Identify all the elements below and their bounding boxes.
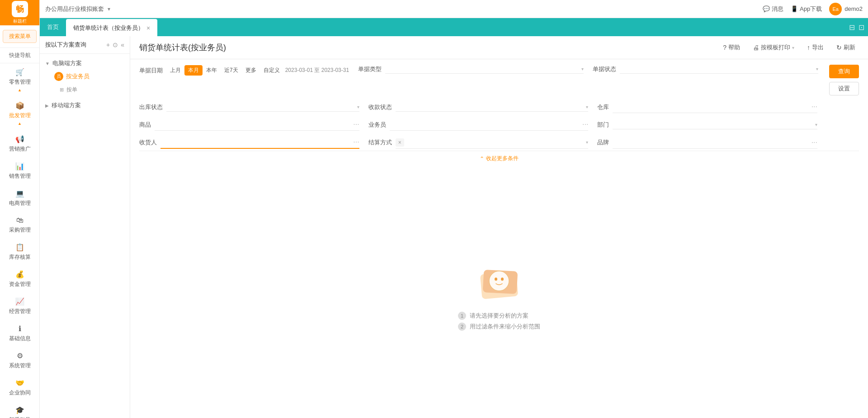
query-button[interactable]: 查询	[829, 65, 859, 78]
app-download-button[interactable]: 📱 App下载	[791, 5, 822, 13]
desktop-scheme-group-header[interactable]: ▼ 电脑端方案	[40, 57, 130, 69]
refresh-button[interactable]: ↻ 刷新	[833, 42, 859, 53]
product-dots[interactable]: ···	[353, 120, 359, 128]
collapse-panel-button[interactable]: «	[121, 41, 124, 48]
tab-home[interactable]: 首页	[40, 18, 66, 36]
cooperation-icon: 🤝	[15, 379, 24, 387]
search-menu-button[interactable]: 搜索菜单	[3, 30, 37, 43]
date-btn-this-month[interactable]: 本月	[184, 65, 203, 76]
sidebar-item-finance[interactable]: 💰 资金管理	[0, 266, 39, 293]
filter-row-4: 收货人 ··· 结算方式 ×	[139, 136, 859, 149]
salesperson-input[interactable]: ···	[390, 119, 589, 131]
product-input[interactable]: ···	[155, 119, 359, 131]
wholesale-icon: 📦	[15, 101, 24, 110]
department-select[interactable]: ▾	[613, 120, 817, 129]
date-btn-7days[interactable]: 近7天	[221, 65, 242, 76]
tab-close-icon[interactable]: ×	[146, 24, 150, 32]
collection-status-arrow: ▾	[586, 104, 588, 109]
empty-hint-2: 2 用过滤条件来缩小分析范围	[458, 323, 540, 331]
mobile-scheme-group[interactable]: ▶ 移动端方案	[40, 100, 130, 111]
desktop-scheme-group: ▼ 电脑端方案 员 按业务员 ⊞ 按单	[40, 54, 130, 100]
date-btn-custom[interactable]: 自定义	[260, 65, 283, 76]
refresh-icon: ↻	[836, 44, 842, 51]
sidebar-item-marketing[interactable]: 📢 营销推广	[0, 130, 39, 157]
warehouse-label: 仓库	[597, 103, 609, 111]
sales-icon: 📊	[15, 162, 24, 171]
empty-svg	[472, 259, 526, 304]
date-btn-more[interactable]: 更多	[242, 65, 260, 76]
minimize-tab-button[interactable]: ⊟	[849, 23, 855, 32]
user-name[interactable]: demo2	[844, 5, 863, 12]
help-button[interactable]: ? 帮助	[719, 42, 744, 53]
empty-state: 1 请先选择要分析的方案 2 用过滤条件来缩小分析范围	[130, 171, 868, 418]
sidebar-item-wholesale[interactable]: 📦 批发管理 ▲	[0, 97, 39, 130]
date-filter: 上月 本月 本年 近7天 更多 自定义 2023-03-01 至 2023-03…	[166, 65, 349, 76]
sidebar-item-cooperation[interactable]: 🤝 企业协同	[0, 374, 39, 401]
tab-sales-stats[interactable]: 销货单统计表（按业务员） ×	[66, 19, 157, 37]
marketing-icon: 📢	[15, 135, 24, 143]
collapse-filters-button[interactable]: ⌃ 收起更多条件	[139, 151, 859, 166]
date-btn-this-year[interactable]: 本年	[203, 65, 221, 76]
sidebar-item-sales[interactable]: 📊 销售管理	[0, 157, 39, 185]
sidebar-item-operations[interactable]: 📈 经营管理	[0, 293, 39, 320]
salesperson-dots[interactable]: ···	[582, 120, 588, 128]
date-btn-last-month[interactable]: 上月	[166, 65, 184, 76]
order-status-arrow: ▾	[816, 66, 818, 71]
logo[interactable]: 畅 标题栏	[0, 0, 39, 25]
scheme-icon-salesperson: 员	[54, 72, 63, 81]
sidebar-item-purchase[interactable]: 🛍 采购管理	[0, 212, 39, 238]
settings-button[interactable]: 设置	[829, 82, 859, 95]
maximize-tab-button[interactable]: ⊡	[859, 23, 864, 32]
main-area: 办公用品行业模拟账套 ▾ 💬 消息 📱 App下载 Ea demo2 首页	[40, 0, 868, 418]
basic-info-icon: ℹ	[19, 324, 21, 333]
settlement-select[interactable]: × ▾	[396, 137, 589, 149]
collection-status-select[interactable]: ▾	[396, 103, 589, 112]
order-status-select[interactable]: ▾	[620, 65, 818, 74]
export-button[interactable]: ↑ 导出	[803, 42, 827, 53]
left-panel-header: 按以下方案查询 + ⊙ «	[40, 36, 130, 54]
brand-input[interactable]: ···	[613, 137, 817, 149]
brand-dots[interactable]: ···	[811, 138, 817, 147]
scheme-item-salesperson[interactable]: 员 按业务员	[40, 69, 130, 84]
collection-status-label: 收款状态	[368, 103, 392, 111]
recipient-input[interactable]: ···	[160, 136, 359, 149]
print-dropdown-icon: ▾	[792, 45, 794, 50]
left-panel-actions: + ⊙ «	[106, 41, 124, 48]
topbar: 办公用品行业模拟账套 ▾ 💬 消息 📱 App下载 Ea demo2	[40, 0, 868, 18]
order-type-label: 单据类型	[358, 65, 382, 73]
svg-point-2	[489, 271, 509, 291]
quick-nav-button[interactable]: 快捷导航	[0, 48, 39, 63]
sidebar-item-system[interactable]: ⚙ 系统管理	[0, 347, 39, 374]
recipient-dots[interactable]: ···	[353, 138, 359, 146]
user-section: Ea demo2	[829, 3, 863, 15]
message-button[interactable]: 💬 消息	[763, 5, 783, 13]
sidebar-item-inventory[interactable]: 📋 库存核算	[0, 238, 39, 266]
grid-icon: ⊞	[60, 87, 64, 93]
out-status-select[interactable]: ▾	[166, 103, 359, 112]
warehouse-dots[interactable]: ···	[811, 103, 817, 111]
inventory-icon: 📋	[15, 243, 24, 252]
scheme-sub-item-order[interactable]: ⊞ 按单	[40, 84, 130, 96]
tab-bar: 首页 销货单统计表（按业务员） × ⊟ ⊡	[40, 18, 868, 36]
filter-row-3: 商品 ··· 业务员 ··· 部门	[139, 119, 859, 131]
scheme-settings-button[interactable]: ⊙	[113, 41, 118, 48]
hint-num-1: 1	[458, 312, 466, 320]
recipient-text-input[interactable]	[160, 139, 353, 146]
product-filter: 商品 ···	[139, 119, 359, 131]
logo-icon: 畅	[12, 1, 28, 17]
warehouse-filter: 仓库 ···	[597, 101, 817, 113]
topbar-dropdown[interactable]: ▾	[108, 6, 110, 12]
collection-status-filter: 收款状态 ▾	[368, 103, 589, 112]
sidebar-item-ecommerce[interactable]: 💻 电商管理	[0, 185, 39, 212]
add-scheme-button[interactable]: +	[106, 41, 110, 48]
sidebar-item-guide[interactable]: 🎓 新手引导	[0, 401, 39, 418]
print-button[interactable]: 🖨 按模板打印 ▾	[749, 42, 798, 53]
order-type-select[interactable]: ▾	[385, 65, 584, 74]
settlement-tag-close[interactable]: ×	[398, 139, 401, 146]
sidebar-item-retail[interactable]: 🛒 零售管理 ▲	[0, 63, 39, 97]
out-status-arrow: ▾	[357, 104, 359, 109]
sidebar-item-basic-info[interactable]: ℹ 基础信息	[0, 320, 39, 347]
topbar-title: 办公用品行业模拟账套	[45, 5, 104, 13]
sidebar-navigation: 🛒 零售管理 ▲ 📦 批发管理 ▲ 📢 营销推广 📊 销售管理 💻 电商管理 🛍…	[0, 63, 39, 418]
warehouse-input[interactable]: ···	[613, 101, 817, 113]
